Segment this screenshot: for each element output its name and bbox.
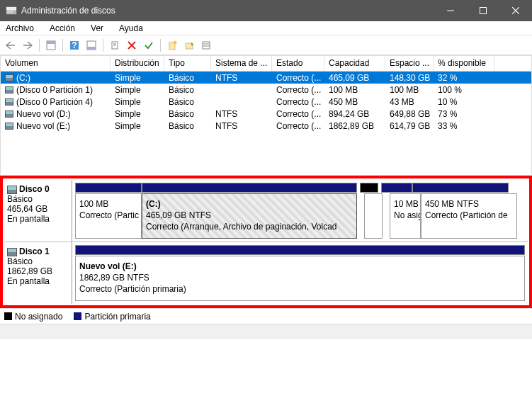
toolbar-separator [103, 39, 103, 52]
toolbar-separator [62, 39, 63, 52]
cell: Nuevo vol (D:) [1, 109, 111, 119]
volume-grid: Volumen Distribución Tipo Sistema de ...… [0, 55, 532, 176]
cell: 1862,89 GB [324, 121, 385, 131]
volume-icon [5, 74, 13, 81]
minimize-button[interactable] [434, 0, 467, 21]
check-button[interactable] [141, 38, 157, 53]
disk-icon [7, 186, 17, 194]
partition-stripe [75, 183, 142, 193]
col-volumen[interactable]: Volumen [1, 56, 111, 71]
table-row[interactable]: (Disco 0 Partición 4)SimpleBásicoCorrect… [1, 96, 531, 108]
cell: Básico [164, 109, 211, 119]
legend: No asignado Partición primaria [0, 308, 532, 324]
menu-archivo[interactable]: Archivo [3, 23, 37, 34]
partition-block[interactable]: Nuevo vol (E:) 1862,89 GB NTFS Correcto … [75, 256, 525, 301]
new-button[interactable] [164, 38, 180, 53]
legend-label: No asignado [15, 312, 62, 322]
table-row[interactable]: Nuevo vol (E:)SimpleBásicoNTFSCorrecto (… [1, 120, 531, 132]
cell: Nuevo vol (E:) [1, 121, 111, 131]
partition-block[interactable]: 10 MBNo asig [390, 193, 421, 239]
disk-status: En pantalla [7, 214, 69, 224]
col-distribucion[interactable]: Distribución [111, 56, 164, 71]
menu-accion[interactable]: Acción [47, 23, 78, 34]
disk-info: Disco 1 Básico 1862,89 GB En pantalla [4, 242, 72, 304]
disk-size: 465,64 GB [7, 204, 69, 214]
legend-unallocated: No asignado [4, 312, 62, 322]
delete-button[interactable] [124, 38, 140, 53]
app-icon [6, 5, 17, 16]
col-espacio[interactable]: Espacio ... [385, 56, 434, 71]
table-row[interactable]: Nuevo vol (D:)SimpleBásicoNTFSCorrecto (… [1, 108, 531, 120]
cell: Básico [164, 73, 211, 83]
action-button[interactable] [181, 38, 197, 53]
partition-stripe [142, 183, 357, 193]
cell: NTFS [211, 109, 272, 119]
cell: Simple [111, 121, 164, 131]
disk-partitions: 100 MBCorrecto (Partic(C:)465,09 GB NTFS… [72, 180, 528, 242]
view-top-button[interactable] [43, 38, 59, 53]
disk-type: Básico [7, 256, 69, 266]
partition-block[interactable]: 450 MB NTFSCorrecto (Partición de [421, 193, 517, 239]
status-bar [0, 324, 532, 339]
cell: 43 MB [385, 97, 434, 107]
table-row[interactable]: (Disco 0 Partición 1)SimpleBásicoCorrect… [1, 84, 531, 96]
cell: Básico [164, 97, 211, 107]
svg-point-2 [13, 11, 15, 13]
volume-icon [5, 110, 13, 118]
partition-descriptions: 100 MBCorrecto (Partic(C:)465,09 GB NTFS… [75, 193, 525, 239]
disk-title: Disco 1 [19, 246, 50, 256]
partition-title: Nuevo vol (E:) [79, 261, 137, 271]
partition-descriptions: Nuevo vol (E:) 1862,89 GB NTFS Correcto … [75, 256, 525, 301]
col-tipo[interactable]: Tipo [164, 56, 211, 71]
svg-rect-1 [6, 7, 16, 10]
cell: 73 % [434, 109, 494, 119]
cell: Correcto (... [272, 109, 324, 119]
col-sistema[interactable]: Sistema de ... [211, 56, 272, 71]
window-titlebar: Administración de discos [0, 0, 532, 21]
cell: Correcto (... [272, 97, 324, 107]
grid-header: Volumen Distribución Tipo Sistema de ...… [1, 56, 531, 72]
cell: 100 % [434, 85, 494, 95]
swatch-black-icon [4, 312, 12, 320]
col-estado[interactable]: Estado [272, 56, 324, 71]
disk-size: 1862,89 GB [7, 266, 69, 276]
disk-title: Disco 0 [19, 184, 50, 194]
volume-icon [5, 98, 13, 106]
cell: Simple [111, 97, 164, 107]
col-pct[interactable]: % disponible [434, 56, 494, 71]
swatch-blue-icon [74, 312, 81, 320]
cell: 10 % [434, 97, 494, 107]
properties-button[interactable] [107, 38, 123, 53]
forward-button[interactable] [20, 38, 35, 53]
partition-status: Correcto (Partición primaria) [79, 284, 186, 294]
help-button[interactable]: ? [67, 38, 82, 53]
back-button[interactable] [3, 38, 18, 53]
cell: 100 MB [324, 85, 385, 95]
toolbar-separator [39, 39, 40, 52]
partition-block[interactable]: (C:)465,09 GB NTFSCorrecto (Arranque, Ar… [142, 193, 357, 239]
cell: NTFS [211, 121, 272, 131]
list-button[interactable] [198, 38, 214, 53]
menu-ver[interactable]: Ver [88, 23, 106, 34]
maximize-button[interactable] [467, 0, 499, 21]
partition-block[interactable]: 100 MBCorrecto (Partic [75, 193, 142, 239]
disk-row-0[interactable]: Disco 0 Básico 465,64 GB En pantalla 100… [4, 180, 528, 242]
cell: Simple [111, 85, 164, 95]
disk-row-1[interactable]: Disco 1 Básico 1862,89 GB En pantalla Nu… [4, 242, 528, 304]
close-button[interactable] [499, 0, 532, 21]
menu-ayuda[interactable]: Ayuda [116, 23, 146, 34]
svg-rect-21 [203, 42, 210, 49]
svg-text:?: ? [72, 40, 77, 50]
disk-type: Básico [7, 194, 69, 204]
table-row[interactable]: (C:)SimpleBásicoNTFSCorrecto (...465,09 … [1, 72, 531, 84]
view-bottom-button[interactable] [84, 38, 99, 53]
partition-block[interactable] [364, 193, 383, 239]
cell: Correcto (... [272, 85, 324, 95]
col-capacidad[interactable]: Capacidad [324, 56, 385, 71]
volume-icon [5, 123, 13, 130]
grid-body: (C:)SimpleBásicoNTFSCorrecto (...465,09 … [1, 72, 531, 175]
disk-icon [7, 248, 17, 256]
disk-partitions: Nuevo vol (E:) 1862,89 GB NTFS Correcto … [72, 242, 528, 304]
toolbar: ? [0, 35, 532, 55]
cell: 450 MB [324, 97, 385, 107]
